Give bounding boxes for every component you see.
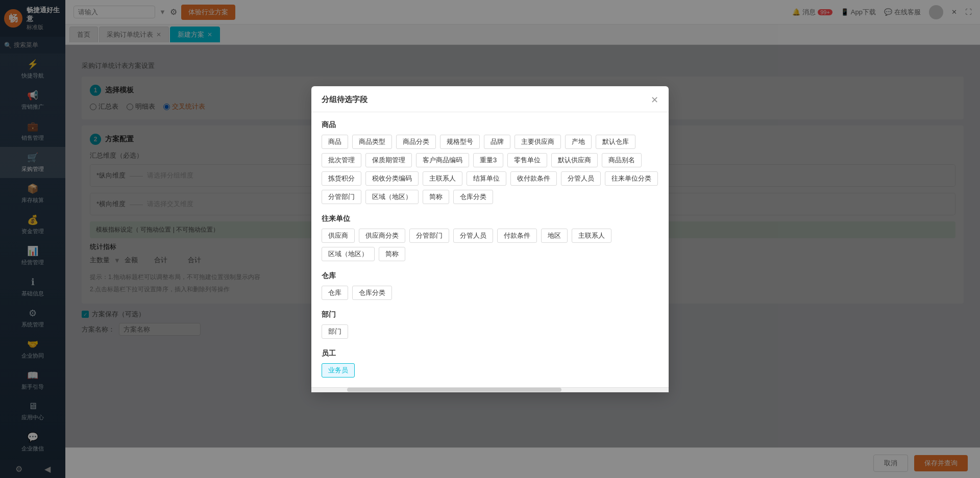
tag-batch-mgmt[interactable]: 批次管理 <box>322 153 361 167</box>
warehouse-tags: 仓库 仓库分类 <box>322 286 658 300</box>
modal-close-btn[interactable]: ✕ <box>651 94 658 106</box>
tag-retail-unit[interactable]: 零售单位 <box>507 153 547 167</box>
tag-payment-condition[interactable]: 付款条件 <box>497 229 537 243</box>
tag-partner-dept[interactable]: 分管部门 <box>409 229 449 243</box>
department-tags: 部门 <box>322 324 658 339</box>
tag-dept[interactable]: 分管部门 <box>322 190 361 204</box>
section-department-title: 部门 <box>322 310 658 319</box>
section-warehouse: 仓库 仓库 仓库分类 <box>322 271 658 300</box>
tag-region[interactable]: 区域（地区） <box>365 190 419 204</box>
section-product-title: 商品 <box>322 120 658 130</box>
employee-tags: 业务员 <box>322 363 658 378</box>
tag-district[interactable]: 地区 <box>541 229 568 243</box>
modal-body[interactable]: 商品 商品 商品类型 商品分类 规格型号 品牌 主要供应商 产地 默认仓库 批次… <box>311 112 669 387</box>
tag-salesperson[interactable]: 业务员 <box>322 363 355 378</box>
field-select-modal: 分组待选字段 ✕ 商品 商品 商品类型 商品分类 规格型号 品牌 主要供应商 产… <box>311 86 669 392</box>
tag-product-category[interactable]: 商品分类 <box>396 135 436 149</box>
section-partner: 往来单位 供应商 供应商分类 分管部门 分管人员 付款条件 地区 主联系人 区域… <box>322 214 658 261</box>
tag-partner-abbr[interactable]: 简称 <box>379 247 405 261</box>
modal-hscroll[interactable] <box>311 387 669 392</box>
tag-product[interactable]: 商品 <box>322 135 348 149</box>
modal-hscroll-thumb[interactable] <box>347 388 561 392</box>
tag-tax-code[interactable]: 税收分类编码 <box>365 171 419 186</box>
tag-partner-contact[interactable]: 主联系人 <box>572 229 611 243</box>
tag-partner-region[interactable]: 区域（地区） <box>322 247 375 261</box>
tag-supplier[interactable]: 供应商 <box>322 229 355 243</box>
tag-product-alias[interactable]: 商品别名 <box>602 153 642 167</box>
tag-origin[interactable]: 产地 <box>565 135 592 149</box>
tag-abbr[interactable]: 简称 <box>423 190 449 204</box>
tag-default-supplier[interactable]: 默认供应商 <box>551 153 598 167</box>
section-employee-title: 员工 <box>322 349 658 358</box>
section-warehouse-title: 仓库 <box>322 271 658 281</box>
tag-supplier-category[interactable]: 供应商分类 <box>359 229 405 243</box>
tag-weight3[interactable]: 重量3 <box>473 153 503 167</box>
tag-pick-points[interactable]: 拣货积分 <box>322 171 361 186</box>
section-partner-title: 往来单位 <box>322 214 658 223</box>
modal-title: 分组待选字段 <box>322 95 368 105</box>
tag-partner-manager[interactable]: 分管人员 <box>453 229 493 243</box>
modal-overlay: 分组待选字段 ✕ 商品 商品 商品类型 商品分类 规格型号 品牌 主要供应商 产… <box>0 0 980 478</box>
modal-header: 分组待选字段 ✕ <box>311 86 669 112</box>
tag-department[interactable]: 部门 <box>322 324 348 339</box>
tag-manager[interactable]: 分管人员 <box>561 171 601 186</box>
tag-warehouse[interactable]: 仓库 <box>322 286 348 300</box>
tag-partner-category[interactable]: 往来单位分类 <box>605 171 658 186</box>
tag-settlement-unit[interactable]: 结算单位 <box>467 171 506 186</box>
tag-product-type[interactable]: 商品类型 <box>352 135 392 149</box>
section-department: 部门 部门 <box>322 310 658 339</box>
partner-tags: 供应商 供应商分类 分管部门 分管人员 付款条件 地区 主联系人 区域（地区） … <box>322 229 658 261</box>
tag-main-supplier[interactable]: 主要供应商 <box>514 135 561 149</box>
tag-warehouse-cat[interactable]: 仓库分类 <box>352 286 392 300</box>
tag-brand[interactable]: 品牌 <box>484 135 510 149</box>
tag-default-warehouse[interactable]: 默认仓库 <box>596 135 635 149</box>
section-employee: 员工 业务员 <box>322 349 658 378</box>
tag-customer-product-code[interactable]: 客户商品编码 <box>416 153 469 167</box>
tag-payment-terms[interactable]: 收付款条件 <box>510 171 557 186</box>
tag-warehouse-category[interactable]: 仓库分类 <box>453 190 493 204</box>
product-tags: 商品 商品类型 商品分类 规格型号 品牌 主要供应商 产地 默认仓库 批次管理 … <box>322 135 658 204</box>
tag-main-contact[interactable]: 主联系人 <box>423 171 462 186</box>
section-product: 商品 商品 商品类型 商品分类 规格型号 品牌 主要供应商 产地 默认仓库 批次… <box>322 120 658 204</box>
tag-expiry-mgmt[interactable]: 保质期管理 <box>365 153 412 167</box>
tag-spec-model[interactable]: 规格型号 <box>440 135 480 149</box>
